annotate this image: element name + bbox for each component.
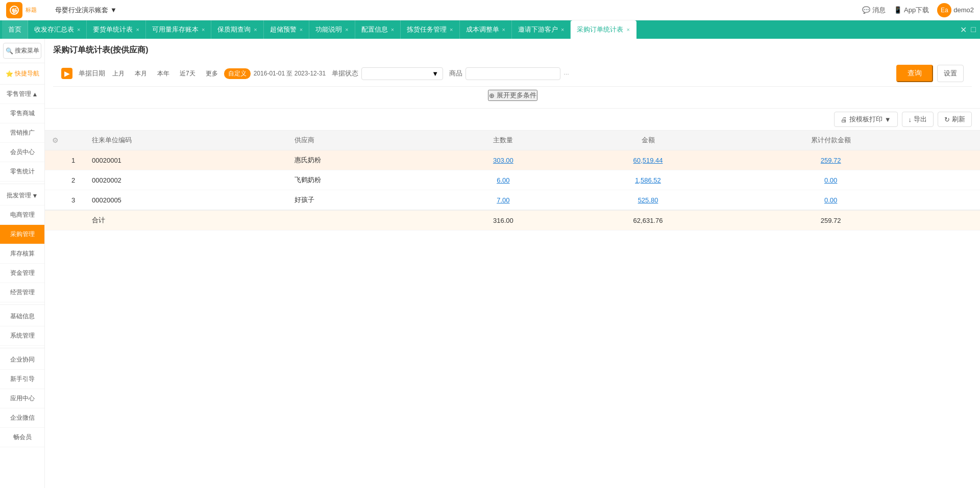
tab-config-info[interactable]: 配置信息 ×: [355, 20, 401, 39]
tab-pick-task-close[interactable]: ×: [450, 27, 453, 33]
sidebar-item-member-center-label: 会员中心: [10, 148, 35, 156]
row-1-unit-code: 00020001: [86, 150, 288, 170]
sidebar-item-member-center[interactable]: 会员中心: [0, 143, 44, 162]
col-index: [65, 131, 86, 150]
tab-requisition-stat-close[interactable]: ×: [136, 27, 139, 33]
nav-expand-btn[interactable]: □: [971, 25, 976, 34]
filter-bar: ▶ 单据日期 上月 本月 本年 近7天 更多 自定义 2016-01-01 至 …: [53, 61, 972, 87]
sidebar: 🔍 搜索菜单 ⭐ 快捷导航 零售管理 ▲ 零售商城 营销推广 会员中心 零售统计: [0, 39, 45, 488]
filter-date-this-year[interactable]: 本年: [153, 68, 174, 79]
tab-invite-downstream-close[interactable]: ×: [561, 27, 564, 33]
tab-home[interactable]: 首页: [2, 20, 28, 39]
sidebar-item-retail-shop[interactable]: 零售商城: [0, 104, 44, 123]
filter-date-last-month[interactable]: 上月: [108, 68, 129, 79]
tab-pick-task[interactable]: 拣货任务管理 ×: [401, 20, 459, 39]
footer-index: [65, 210, 86, 230]
sidebar-item-retail-mgmt[interactable]: 零售管理 ▲: [0, 85, 44, 104]
tab-config-info-close[interactable]: ×: [391, 27, 394, 33]
main-layout: 🔍 搜索菜单 ⭐ 快捷导航 零售管理 ▲ 零售商城 营销推广 会员中心 零售统计: [0, 39, 980, 488]
filter-date-more[interactable]: 更多: [202, 68, 222, 79]
sidebar-item-purchase-mgmt[interactable]: 采购管理: [0, 225, 44, 244]
filter-goods-section: 商品 ···: [449, 67, 569, 80]
row-2-index: 2: [65, 170, 86, 190]
tab-function-desc-close[interactable]: ×: [345, 27, 348, 33]
sidebar-item-app-center[interactable]: 应用中心: [0, 389, 44, 408]
expand-more-icon: ⊕: [489, 92, 495, 99]
sidebar-item-operation-mgmt[interactable]: 经营管理: [0, 283, 44, 302]
query-btn[interactable]: 查询: [896, 65, 933, 82]
filter-date-7-days[interactable]: 近7天: [176, 68, 200, 79]
tab-pick-task-label: 拣货任务管理: [407, 25, 447, 34]
sidebar-item-finance-mgmt-label: 资金管理: [10, 269, 35, 276]
footer-check: [45, 210, 65, 230]
app-download-btn[interactable]: 📱 App下载: [894, 6, 929, 15]
tab-warranty-query-close[interactable]: ×: [254, 27, 257, 33]
tab-invite-downstream[interactable]: 邀请下游客户 ×: [512, 20, 571, 39]
table-settings-icon[interactable]: ⚙: [52, 136, 59, 144]
filter-date-this-month[interactable]: 本月: [131, 68, 151, 79]
quick-nav-btn[interactable]: ⭐ 快捷导航: [0, 65, 44, 82]
message-label: 消息: [872, 6, 886, 15]
setting-btn[interactable]: 设置: [937, 65, 964, 82]
tab-usable-stock[interactable]: 可用量库存账本 ×: [146, 20, 211, 39]
sidebar-item-finance-mgmt[interactable]: 资金管理: [0, 264, 44, 283]
sidebar-item-retail-shop-label: 零售商城: [10, 110, 35, 117]
sidebar-item-ecommerce-mgmt[interactable]: 电商管理: [0, 206, 44, 225]
tab-cost-adjust-close[interactable]: ×: [502, 27, 505, 33]
tab-overstock-warning-close[interactable]: ×: [300, 27, 303, 33]
row-3-cumulative-payment: 0.00: [729, 190, 932, 211]
sidebar-item-enterprise-wechat-label: 企业微信: [10, 414, 35, 421]
filter-actions: 查询 设置: [896, 65, 964, 82]
tab-function-desc[interactable]: 功能说明 ×: [309, 20, 355, 39]
message-btn[interactable]: 💬 消息: [862, 6, 886, 15]
sidebar-item-enterprise-collab[interactable]: 企业协同: [0, 350, 44, 370]
workspace-selector[interactable]: 母婴行业演示账套 ▼: [55, 6, 862, 15]
tab-purchase-order-stat-close[interactable]: ×: [626, 27, 629, 33]
user-menu[interactable]: Ea demo2: [937, 3, 974, 17]
sidebar-item-marketing-label: 营销推广: [10, 129, 35, 136]
app-download-label: App下载: [904, 6, 929, 15]
filter-toggle-btn[interactable]: ▶: [61, 68, 72, 79]
tab-purchase-order-stat[interactable]: 采购订单统计表 ×: [571, 20, 636, 39]
sidebar-item-app-center-label: 应用中心: [10, 395, 35, 402]
sidebar-item-new-guide[interactable]: 新手引导: [0, 370, 44, 389]
sidebar-item-basic-info[interactable]: 基础信息: [0, 307, 44, 326]
sidebar-item-retail-stat-label: 零售统计: [10, 168, 35, 175]
table-row: 1 00020001 惠氏奶粉 303.00 60,519.44 259.72: [45, 150, 980, 170]
row-1-amount: 60,519.44: [567, 150, 729, 170]
sidebar-item-marketing[interactable]: 营销推广: [0, 123, 44, 143]
sidebar-item-system-mgmt[interactable]: 系统管理: [0, 326, 44, 346]
filter-date-label: 单据日期: [79, 69, 105, 78]
tab-usable-stock-close[interactable]: ×: [202, 27, 205, 33]
sidebar-item-enterprise-wechat[interactable]: 企业微信: [0, 408, 44, 428]
tab-receive-send-close[interactable]: ×: [77, 27, 80, 33]
refresh-btn[interactable]: ↻ 刷新: [938, 112, 972, 127]
sidebar-item-enterprise-collab-label: 企业协同: [10, 356, 35, 363]
tab-receive-send[interactable]: 收发存汇总表 ×: [28, 20, 87, 39]
row-3-main-qty: 7.00: [440, 190, 567, 211]
sidebar-item-retail-stat[interactable]: 零售统计: [0, 162, 44, 182]
sidebar-item-vip-member[interactable]: 畅会员: [0, 428, 44, 447]
filter-goods-input[interactable]: [465, 67, 560, 80]
tab-cost-adjust[interactable]: 成本调整单 ×: [460, 20, 512, 39]
col-cumulative-payment: 累计付款金额: [729, 131, 932, 150]
nav-close-btn[interactable]: ✕: [960, 25, 967, 35]
filter-status-select[interactable]: ▼: [361, 67, 443, 80]
expand-more-btn[interactable]: ⊕ 展开更多条件: [488, 90, 537, 101]
print-btn[interactable]: 🖨 按模板打印 ▼: [834, 112, 898, 127]
export-btn[interactable]: ↓ 导出: [902, 112, 934, 127]
filter-goods-label: 商品: [449, 69, 462, 78]
tab-requisition-stat[interactable]: 要货单统计表 ×: [87, 20, 145, 39]
sidebar-item-wholesale-mgmt[interactable]: 批发管理 ▼: [0, 186, 44, 206]
sidebar-item-stock-check[interactable]: 库存核算: [0, 244, 44, 264]
expand-more-label: 展开更多条件: [497, 91, 536, 100]
top-bar: 畅 标题 母婴行业演示账套 ▼ 💬 消息 📱 App下载 Ea demo2: [0, 0, 980, 20]
row-3-amount: 525.80: [567, 190, 729, 211]
search-menu-btn[interactable]: 🔍 搜索菜单: [3, 43, 41, 59]
filter-goods-more-icon[interactable]: ···: [564, 70, 569, 78]
tab-usable-stock-label: 可用量库存账本: [152, 25, 199, 34]
avatar-initials: Ea: [941, 7, 948, 14]
filter-status-section: 单据状态 ▼: [332, 67, 443, 80]
tab-overstock-warning[interactable]: 超储预警 ×: [264, 20, 309, 39]
tab-warranty-query[interactable]: 保质期查询 ×: [211, 20, 263, 39]
